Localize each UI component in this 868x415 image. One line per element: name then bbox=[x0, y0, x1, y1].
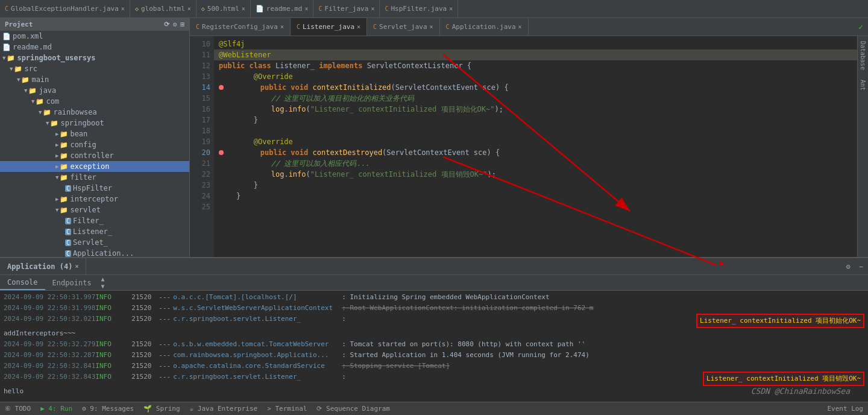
folder-open-icon: 📁 bbox=[7, 54, 15, 62]
tree-item-config[interactable]: ▶ 📁 config bbox=[0, 139, 189, 150]
tree-item-pom[interactable]: 📄 pom.xml bbox=[0, 31, 189, 42]
close-tab-icon[interactable]: × bbox=[304, 5, 308, 12]
status-messages[interactable]: ⚙ 9: Messages bbox=[82, 405, 134, 413]
log-highlight-box-1: Listener_ contextInitialized 项目初始化OK~ bbox=[696, 314, 864, 328]
code-line-25 bbox=[214, 201, 857, 212]
tab-readme[interactable]: 📄 readme.md × bbox=[251, 0, 314, 17]
expand-arrow-icon: ▼ bbox=[39, 109, 42, 115]
close-tab-icon[interactable]: × bbox=[187, 5, 191, 12]
tree-item-controller[interactable]: ▶ 📁 controller bbox=[0, 150, 189, 161]
log-line-4: addInterceptors~~~ bbox=[0, 328, 868, 339]
database-tab[interactable]: Database bbox=[858, 36, 867, 75]
scroll-down-btn[interactable]: ▼ bbox=[101, 283, 105, 290]
tree-item-main[interactable]: ▼ 📁 main bbox=[0, 74, 189, 85]
tree-item-root-project[interactable]: ▼ 📁 springboot_usersys bbox=[0, 52, 189, 63]
sync-icon[interactable]: ⟳ bbox=[164, 21, 169, 28]
expand-arrow-icon: ▼ bbox=[55, 174, 58, 180]
tree-item-filter[interactable]: ▼ 📁 filter bbox=[0, 172, 189, 183]
editor-tabs[interactable]: C RegisterConfig_java × C Listener_java … bbox=[190, 18, 868, 36]
tree-item-com[interactable]: ▼ 📁 com bbox=[0, 96, 189, 107]
status-java-enterprise[interactable]: ☕ Java Enterprise bbox=[190, 405, 258, 413]
tab-global-html[interactable]: ◇ global.html × bbox=[130, 0, 197, 17]
status-todo[interactable]: ⑥ TODO bbox=[5, 405, 31, 413]
collapse-arrow-icon: ▶ bbox=[55, 153, 58, 159]
close-tab-btn[interactable]: × bbox=[357, 24, 360, 30]
code-line-15: // 这里可以加入项目初始化的相关业务代码 bbox=[214, 93, 857, 104]
code-line-16: log . info ( "Listener_ contextInitializ… bbox=[214, 104, 857, 115]
html-icon: ◇ bbox=[135, 5, 139, 12]
code-line-10: @Slf4j bbox=[214, 39, 857, 49]
status-spring[interactable]: 🌱 Spring bbox=[143, 405, 180, 413]
folder-open-icon: 📁 bbox=[36, 98, 44, 106]
expand-icon[interactable]: ⊞ bbox=[180, 21, 184, 28]
watermark: CSDN @ChinaRainbowSea bbox=[751, 387, 850, 396]
tab-filter-java[interactable]: C Filter_java × bbox=[313, 0, 380, 17]
ant-tab[interactable]: Ant bbox=[858, 75, 867, 95]
tab-servlet[interactable]: C Servlet_java × bbox=[367, 18, 440, 36]
status-run[interactable]: ▶ 4: Run bbox=[40, 405, 72, 413]
status-sequence-diagram[interactable]: ⟳ Sequence Diagram bbox=[316, 405, 390, 413]
tree-item-rainbowsea[interactable]: ▼ 📁 rainbowsea bbox=[0, 107, 189, 118]
tree-item-bean[interactable]: ▶ 📁 bean bbox=[0, 128, 189, 139]
tree-item-filter-class[interactable]: C Filter_ bbox=[0, 215, 189, 226]
bottom-panel-header: Application (4) × ⚙ − bbox=[0, 258, 868, 275]
tree-root: 📄 pom.xml 📄 readme.md ▼ 📁 springboot_use… bbox=[0, 31, 189, 257]
java-tab-icon: C bbox=[373, 24, 377, 30]
status-bar: ⑥ TODO ▶ 4: Run ⚙ 9: Messages 🌱 Spring ☕… bbox=[0, 402, 868, 415]
tree-item-interceptor[interactable]: ▶ 📁 interceptor bbox=[0, 194, 189, 204]
code-line-23: } bbox=[214, 180, 857, 191]
settings-btn[interactable]: ⚙ bbox=[843, 262, 854, 271]
tab-registerconfig[interactable]: C RegisterConfig_java × bbox=[190, 18, 291, 36]
close-tab-icon[interactable]: × bbox=[121, 5, 125, 12]
close-tab-btn[interactable]: × bbox=[280, 24, 284, 30]
bottom-panel: Application (4) × ⚙ − Console Endpoints … bbox=[0, 257, 868, 402]
java-class-icon: C bbox=[65, 239, 71, 246]
close-tab-icon[interactable]: × bbox=[449, 5, 453, 12]
log-line-hello: hello bbox=[0, 386, 868, 397]
tab-globalexception[interactable]: C GlobalExceptionHandler.java × bbox=[0, 0, 130, 17]
tree-item-servlet-class[interactable]: C Servlet_ bbox=[0, 237, 189, 248]
folder-closed-icon: 📁 bbox=[60, 195, 68, 203]
tree-item-hspfilter[interactable]: C HspFilter bbox=[0, 183, 189, 194]
java-icon: C bbox=[5, 5, 8, 12]
tree-item-springboot[interactable]: ▼ 📁 springboot bbox=[0, 118, 189, 128]
tree-item-java[interactable]: ▼ 📁 java bbox=[0, 85, 189, 96]
java-class-icon: C bbox=[65, 185, 71, 192]
java-tab-icon: C bbox=[446, 24, 450, 30]
tab-console[interactable]: Console bbox=[0, 275, 45, 290]
tree-item-listener-class[interactable]: C Listener_ bbox=[0, 226, 189, 237]
sidebar-header: Project ⟳ ⚙ ⊞ bbox=[0, 18, 189, 31]
top-file-tabs[interactable]: C GlobalExceptionHandler.java × ◇ global… bbox=[0, 0, 868, 18]
expand-arrow-icon: ▼ bbox=[55, 207, 58, 213]
bottom-tabs: Console Endpoints ▲ ▼ bbox=[0, 275, 868, 291]
tab-endpoints[interactable]: Endpoints bbox=[45, 275, 99, 290]
scroll-up-btn[interactable]: ▲ bbox=[101, 276, 105, 282]
folder-open-icon: 📁 bbox=[28, 87, 37, 95]
collapse-arrow-icon: ▶ bbox=[55, 131, 58, 137]
code-editor[interactable]: 10 11 12 13 14 15 16 17 18 19 20 21 22 2… bbox=[190, 36, 868, 257]
tab-500-html[interactable]: ◇ 500.html × bbox=[197, 0, 251, 17]
folder-open-icon: 📁 bbox=[14, 65, 22, 73]
status-terminal[interactable]: > Terminal bbox=[267, 405, 307, 413]
settings-icon[interactable]: ⚙ bbox=[173, 21, 177, 28]
close-tab-icon[interactable]: × bbox=[371, 5, 374, 12]
tree-item-src[interactable]: ▼ 📁 src bbox=[0, 63, 189, 74]
tab-hspfilter[interactable]: C HspFilter.java × bbox=[380, 0, 458, 17]
tab-listener-active[interactable]: C Listener_java × bbox=[291, 18, 367, 36]
log-line-1: 2024-09-09 22:50:31.997 INFO 21520 --- o… bbox=[0, 292, 868, 303]
tree-item-exception[interactable]: ▶ 📁 exception bbox=[0, 161, 189, 172]
expand-arrow-icon: ▼ bbox=[17, 77, 20, 83]
log-highlight-box-2: Listener_ contextInitialized 项目销毁OK~ bbox=[703, 372, 864, 386]
tree-item-application-class[interactable]: C Application... bbox=[0, 248, 189, 257]
tree-item-readme[interactable]: 📄 readme.md bbox=[0, 42, 189, 52]
collapse-arrow-icon: ▶ bbox=[55, 196, 58, 202]
status-event-log[interactable]: Event Log bbox=[827, 405, 863, 413]
folder-closed-icon: 📁 bbox=[60, 152, 68, 160]
close-tab-btn[interactable]: × bbox=[518, 24, 522, 30]
close-tab-icon[interactable]: × bbox=[242, 5, 245, 12]
tree-item-servlet[interactable]: ▼ 📁 servlet bbox=[0, 204, 189, 215]
close-tab-btn[interactable]: × bbox=[430, 24, 433, 30]
close-panel-btn[interactable]: − bbox=[854, 262, 868, 271]
console-content: 2024-09-09 22:50:31.997 INFO 21520 --- o… bbox=[0, 291, 868, 402]
tab-application[interactable]: C Application.java × bbox=[440, 18, 529, 36]
